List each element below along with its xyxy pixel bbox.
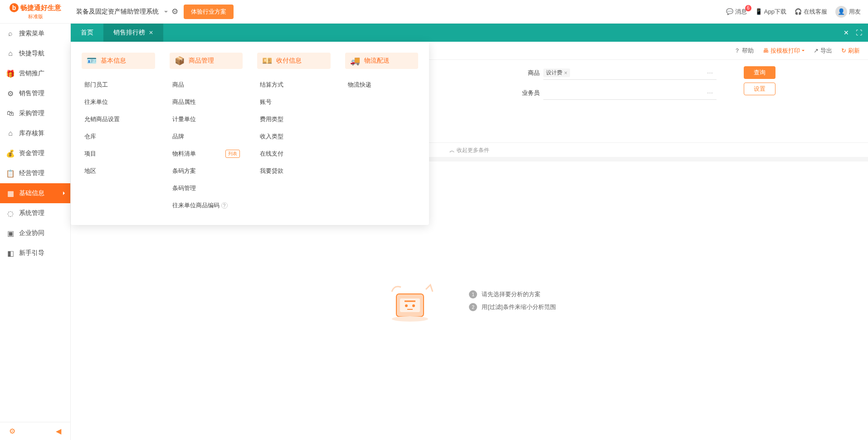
sidebar-item-guide[interactable]: ◧新手引导 <box>0 243 70 263</box>
export-button[interactable]: ↗导出 <box>814 47 832 55</box>
sidebar-item-funds[interactable]: 💰资金管理 <box>0 143 70 163</box>
menu-item-online-pay[interactable]: 在线支付 <box>257 145 331 162</box>
menu-item-settlement[interactable]: 结算方式 <box>257 76 331 93</box>
menu-item-project[interactable]: 项目 <box>82 145 155 162</box>
query-button[interactable]: 查询 <box>744 66 775 79</box>
user-menu[interactable]: 👤 用友 <box>835 6 861 18</box>
circle-icon: ◌ <box>6 209 15 217</box>
collapse-label: 收起更多条件 <box>457 147 489 154</box>
tab-sales-ranking[interactable]: 销售排行榜 ✕ <box>103 24 163 42</box>
sidebar-item-operation[interactable]: 📋经营管理 <box>0 163 70 183</box>
salesman-filter-input[interactable]: ⋯ <box>543 86 717 100</box>
menu-header-label: 基本信息 <box>101 57 126 65</box>
sidebar-item-system[interactable]: ◌系统管理 <box>0 203 70 223</box>
fullscreen-icon[interactable]: ⛶ <box>853 27 864 38</box>
product-tag[interactable]: 设计费 × <box>543 68 570 77</box>
truck-icon: 🚚 <box>350 55 361 66</box>
template-print-button[interactable]: 🖶按模板打印 <box>763 47 805 55</box>
experience-industry-button[interactable]: 体验行业方案 <box>184 5 234 19</box>
menu-item-product[interactable]: 商品 <box>170 76 243 93</box>
help-button[interactable]: ？帮助 <box>734 47 754 55</box>
sidebar-item-label: 销售管理 <box>19 89 44 98</box>
menu-item-expense-type[interactable]: 费用类型 <box>257 111 331 128</box>
menu-header-payment-info: 💴 收付信息 <box>257 53 331 69</box>
menu-item-express[interactable]: 物流快递 <box>345 76 419 93</box>
sidebar-item-basic-info[interactable]: ▦基础信息 <box>0 183 70 203</box>
sidebar-item-inventory[interactable]: ⌂库存核算 <box>0 123 70 143</box>
brand-logo[interactable]: b 畅捷通好生意 标准版 <box>0 3 71 20</box>
ellipsis-icon[interactable]: ⋯ <box>707 89 714 96</box>
sidebar-item-marketing[interactable]: 🎁营销推广 <box>0 64 70 83</box>
user-name: 用友 <box>849 8 861 16</box>
menu-item-product-attr[interactable]: 商品属性 <box>170 93 243 111</box>
menu-header-product-mgmt: 📦 商品管理 <box>170 53 243 69</box>
menu-item-partner-product-code[interactable]: 往来单位商品编码 ? <box>170 197 243 214</box>
sidebar-item-purchase[interactable]: 🛍采购管理 <box>0 103 70 123</box>
app-download-link[interactable]: 📱 App下载 <box>755 8 786 16</box>
top-header: b 畅捷通好生意 标准版 装备及固定资产辅助管理系统 ⚙ 体验行业方案 💬 消息… <box>0 0 868 24</box>
sidebar-item-quick-nav[interactable]: ⌂快捷导航 <box>0 44 70 64</box>
menu-item-brand[interactable]: 品牌 <box>170 128 243 145</box>
refresh-button[interactable]: ↻刷新 <box>841 47 860 55</box>
menu-col-payment-info: 💴 收付信息 结算方式 账号 费用类型 收入类型 在线支付 我要贷款 <box>251 53 337 214</box>
ellipsis-icon[interactable]: ⋯ <box>707 69 714 76</box>
chevron-down-icon <box>164 11 168 15</box>
system-select[interactable]: 装备及固定资产辅助管理系统 <box>76 8 168 16</box>
empty-step-2: 2 用[过滤]条件来缩小分析范围 <box>469 303 556 311</box>
support-link[interactable]: 🎧 在线客服 <box>795 8 827 16</box>
svg-point-3 <box>405 304 408 307</box>
sidebar-item-label: 营销推广 <box>19 69 44 78</box>
menu-item-department-staff[interactable]: 部门员工 <box>82 76 155 93</box>
settings-icon[interactable]: ⚙ <box>171 7 178 16</box>
sidebar-item-label: 企业协同 <box>19 229 44 237</box>
collapse-sidebar-icon[interactable]: ◀ <box>56 427 61 435</box>
sidebar-item-collab[interactable]: ▣企业协同 <box>0 223 70 243</box>
messages-badge: 6 <box>745 5 751 11</box>
menu-item-bom[interactable]: 物料清单 列表 <box>170 145 243 162</box>
menu-item-income-type[interactable]: 收入类型 <box>257 128 331 145</box>
sidebar-item-search-menu[interactable]: ⌕搜索菜单 <box>0 24 70 44</box>
sidebar-item-label: 搜索菜单 <box>19 29 44 38</box>
menu-item-allowed-products[interactable]: 允销商品设置 <box>82 111 155 128</box>
messages-link[interactable]: 💬 消息 6 <box>726 8 747 16</box>
menu-header-logistics: 🚚 物流配送 <box>345 53 419 69</box>
collapse-conditions-link[interactable]: ︽ 收起更多条件 <box>449 147 489 154</box>
chevron-down-icon <box>802 50 805 53</box>
sidebar-item-sales[interactable]: ⚙销售管理 <box>0 83 70 103</box>
empty-step-text: 请先选择要分析的方案 <box>482 290 541 298</box>
menu-item-warehouse[interactable]: 仓库 <box>82 128 155 145</box>
sidebar-footer: ⚙ ◀ <box>0 422 70 440</box>
menu-item-region[interactable]: 地区 <box>82 162 155 180</box>
list-badge: 列表 <box>225 150 240 158</box>
refresh-label: 刷新 <box>848 47 860 55</box>
tabs-bar: 首页 销售排行榜 ✕ ✕ ⛶ <box>71 24 868 42</box>
menu-item-partner-units[interactable]: 往来单位 <box>82 93 155 111</box>
menu-item-barcode-scheme[interactable]: 条码方案 <box>170 162 243 180</box>
tab-home[interactable]: 首页 <box>71 24 103 42</box>
product-filter-input[interactable]: 设计费 × ⋯ <box>543 66 717 80</box>
chat-icon: 💬 <box>726 8 733 15</box>
menu-item-loan[interactable]: 我要贷款 <box>257 162 331 180</box>
brand-edition: 标准版 <box>28 13 43 20</box>
menu-item-barcode-mgmt[interactable]: 条码管理 <box>170 180 243 197</box>
menu-header-label: 商品管理 <box>189 57 214 65</box>
menu-header-label: 物流配送 <box>364 57 390 65</box>
logo-icon: b <box>10 3 19 12</box>
close-all-tabs-icon[interactable]: ✕ <box>841 27 852 38</box>
menu-item-label: 物料清单 <box>172 150 196 158</box>
tag-close-icon[interactable]: × <box>564 70 567 76</box>
close-icon[interactable]: ✕ <box>149 29 153 36</box>
sidebar: ⌕搜索菜单 ⌂快捷导航 🎁营销推广 ⚙销售管理 🛍采购管理 ⌂库存核算 💰资金管… <box>0 24 71 440</box>
user-avatar-icon: 👤 <box>835 6 847 18</box>
basic-info-mega-menu: 🪪 基本信息 部门员工 往来单位 允销商品设置 仓库 项目 地区 📦 商品管理 … <box>71 42 429 225</box>
product-tag-label: 设计费 <box>546 69 562 77</box>
headset-icon: 🎧 <box>795 8 802 15</box>
settings-footer-icon[interactable]: ⚙ <box>9 427 15 435</box>
help-icon[interactable]: ? <box>221 202 228 209</box>
product-filter-label: 商品 <box>517 69 540 77</box>
svg-point-6 <box>392 316 428 322</box>
empty-step-text: 用[过滤]条件来缩小分析范围 <box>482 303 556 311</box>
menu-item-account[interactable]: 账号 <box>257 93 331 111</box>
menu-item-unit[interactable]: 计量单位 <box>170 111 243 128</box>
settings-button[interactable]: 设置 <box>744 83 775 95</box>
